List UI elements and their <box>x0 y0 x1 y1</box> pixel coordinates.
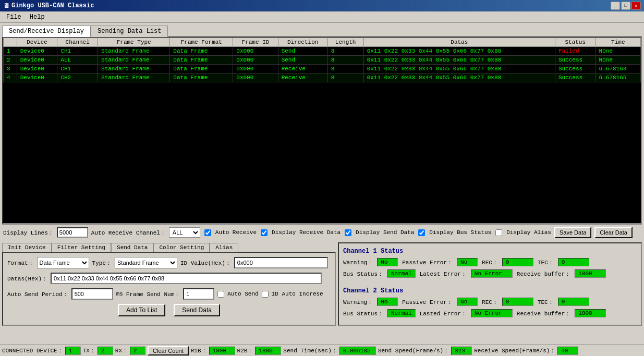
tab-send-receive-display[interactable]: Send/Receive Display <box>2 26 91 37</box>
lower-tab-color-setting[interactable]: Color Setting <box>153 243 210 252</box>
col-header-frame-format: Frame Format <box>170 38 233 47</box>
send-data-button[interactable]: Send Data <box>174 304 220 316</box>
display-receive-data-checkbox[interactable] <box>261 229 268 236</box>
display-send-data-checkbox[interactable] <box>345 229 351 236</box>
id-value-label: ID Value(Hex)： <box>180 259 231 267</box>
auto-receive-checkbox-label: Auto Receive <box>215 229 257 236</box>
lower-tab-bar: Init Device Filter Setting Send Data Col… <box>2 242 336 252</box>
col-header-time: Time <box>596 38 640 47</box>
auto-send-checkbox[interactable] <box>217 291 224 298</box>
r1b-value: 1800 <box>209 347 235 355</box>
add-to-list-button[interactable]: Add To List <box>118 304 165 316</box>
table-cell: ALL <box>57 56 98 65</box>
ch2-tec-label: TEC： <box>538 298 554 306</box>
auto-receive-channel-label: Auto Receive Channel： <box>91 229 166 237</box>
ch2-warning-label: Warning： <box>343 298 373 306</box>
close-button[interactable]: ✕ <box>631 2 641 10</box>
lower-tab-filter-setting[interactable]: Filter Setting <box>52 243 111 252</box>
ch2-receive-buffer-value: 1800 <box>575 309 606 317</box>
ch1-bus-status-value: Normal <box>387 269 416 278</box>
ch1-passive-error-label: Passive Error： <box>402 259 453 266</box>
frame-send-num-input[interactable] <box>183 288 214 300</box>
ch2-bus-status-value: Normal <box>387 309 416 317</box>
display-alias-label: Display Alias <box>506 229 551 236</box>
type-label: Type： <box>92 259 112 267</box>
table-cell: 4 <box>4 73 17 82</box>
display-alias-checkbox[interactable] <box>495 229 502 236</box>
lower-tab-send-data[interactable]: Send Data <box>111 243 153 252</box>
data-table-container: Device Channel Frame Type Frame Format F… <box>2 36 642 224</box>
ch1-bus-status-label: Bus Status： <box>343 270 383 278</box>
ch1-tec-value: 0 <box>558 258 589 266</box>
table-cell: 6.678165 <box>596 73 640 82</box>
display-lines-input[interactable] <box>57 227 88 238</box>
table-row[interactable]: 4Device0CH2Standard FrameData Frame0x000… <box>4 73 641 82</box>
menu-help[interactable]: Help <box>26 13 49 22</box>
table-cell: CH1 <box>57 47 98 56</box>
send-speed-label: Send Speed(Frame/s)： <box>378 347 449 354</box>
ch1-rec-label: REC： <box>482 259 498 266</box>
ch2-title: Channel 2 Status <box>343 287 637 294</box>
auto-receive-channel-select[interactable]: ALL CH1 CH2 <box>169 227 200 238</box>
ch1-tec-label: TEC： <box>538 259 554 266</box>
status-bar: CONNECTED DEVICE： 1 TX： 2 RX： 2 Clear Co… <box>0 345 644 356</box>
table-row[interactable]: 3Device0CH1Standard FrameData Frame0x000… <box>4 65 641 73</box>
datas-input[interactable] <box>51 273 322 284</box>
data-table: Device Channel Frame Type Frame Format F… <box>3 38 641 82</box>
display-bus-status-label: Display Bus Status <box>429 229 491 236</box>
id-auto-increse-checkbox[interactable] <box>262 291 269 298</box>
ch1-passive-error-value: No <box>457 258 478 266</box>
send-time-value: 0.006185 <box>339 347 376 355</box>
frame-send-num-label: Frame Send Num： <box>126 290 180 298</box>
table-row[interactable]: 2Device0ALLStandard FrameData Frame0x000… <box>4 56 641 65</box>
table-cell: 1 <box>4 47 17 56</box>
receive-speed-value: 40 <box>557 347 578 355</box>
clear-data-button[interactable]: Clear Data <box>594 227 633 238</box>
table-cell: 8 <box>327 73 363 82</box>
main-tab-bar: Send/Receive Display Sending Data List <box>2 25 642 36</box>
table-cell: 0x11 0x22 0x33 0x44 0x55 0x66 0x77 0x88 <box>363 56 555 65</box>
tab-sending-data-list[interactable]: Sending Data List <box>91 26 168 37</box>
display-bus-status-checkbox[interactable] <box>418 229 425 236</box>
lower-tab-alias[interactable]: Alias <box>210 243 238 252</box>
table-cell: Success <box>555 56 596 65</box>
table-cell: CH2 <box>57 73 98 82</box>
menu-bar: File Help <box>0 11 644 23</box>
table-cell: 0x11 0x22 0x33 0x44 0x55 0x66 0x77 0x88 <box>363 65 555 73</box>
ch1-receive-buffer-label: Receive buffer： <box>517 270 570 278</box>
minimize-button[interactable]: _ <box>611 2 620 10</box>
receive-speed-label: Receive Speed(Frame/s)： <box>474 347 555 354</box>
r2b-value: 1800 <box>255 347 281 355</box>
table-cell: CH1 <box>57 65 98 73</box>
auto-send-period-label: Auto Send Period： <box>7 290 68 298</box>
table-cell: Receive <box>278 65 327 73</box>
clear-count-button[interactable]: Clear Count <box>148 346 189 355</box>
col-header-num <box>4 38 17 47</box>
connected-device-value: 1 <box>65 347 81 355</box>
table-cell: Device0 <box>17 47 57 56</box>
format-select[interactable]: Data Frame Remote Frame <box>37 257 89 268</box>
lower-tab-init-device[interactable]: Init Device <box>2 243 52 252</box>
type-select[interactable]: Standard Frame Extended Frame <box>115 257 177 268</box>
id-auto-increse-label: ID Auto Increse <box>272 291 323 297</box>
ch2-warning-value: No <box>377 298 398 306</box>
rx-value: 2 <box>130 347 145 355</box>
r1b-label: R1B： <box>191 347 207 354</box>
save-data-button[interactable]: Save Data <box>554 227 591 238</box>
table-cell: None <box>596 56 640 65</box>
col-header-status: Status <box>555 38 596 47</box>
table-cell: Success <box>555 73 596 82</box>
auto-receive-checkbox[interactable] <box>204 229 211 236</box>
auto-send-period-input[interactable] <box>71 288 113 300</box>
ch2-lasted-error-label: Lasted Error： <box>420 310 467 317</box>
table-row[interactable]: 1Device0CH1Standard FrameData Frame0x000… <box>4 47 641 56</box>
table-cell: Send <box>278 56 327 65</box>
table-cell: Standard Frame <box>98 73 170 82</box>
ch2-tec-value: 0 <box>558 298 589 306</box>
menu-file[interactable]: File <box>2 13 26 22</box>
maximize-button[interactable]: □ <box>621 2 630 10</box>
ch1-receive-buffer-value: 1800 <box>575 269 606 278</box>
id-value-input[interactable] <box>234 257 328 268</box>
send-speed-value: 323 <box>451 347 472 355</box>
table-cell: Device0 <box>17 73 57 82</box>
